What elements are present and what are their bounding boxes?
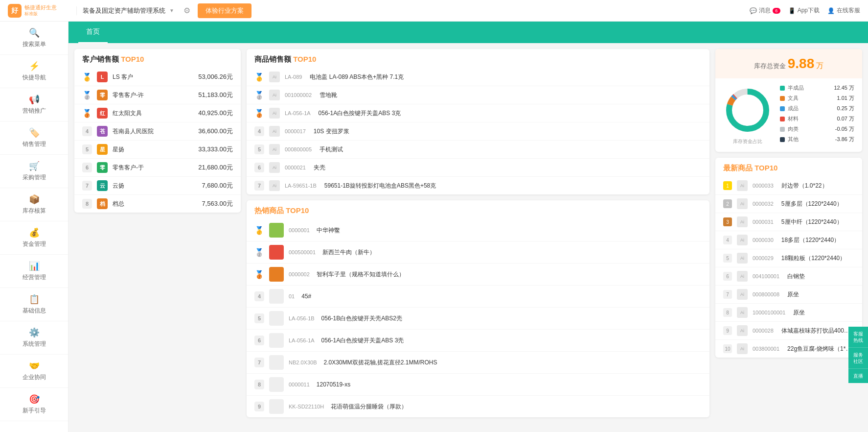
live-stream-button[interactable]: 直播: [848, 369, 868, 383]
sidebar-guide-label: 新手引导: [23, 407, 46, 415]
marketing-icon: 📢: [29, 94, 40, 105]
customer-value-8: 7,563.00元: [202, 199, 233, 208]
legend-value-1: 12.45 万: [834, 84, 854, 92]
app-download-button[interactable]: 📱 App下载: [788, 6, 820, 15]
logo-text: 畅捷通好生意 标准版: [24, 4, 57, 17]
support-label: 在线客服: [837, 6, 860, 15]
list-item: 🥈 Ai 001000002 雪地靴: [247, 86, 709, 104]
hot-name-8: 12070519-xs: [317, 381, 350, 388]
chevron-down-icon[interactable]: ▼: [169, 8, 174, 13]
prod-rank-5: 5: [254, 144, 264, 154]
np-code-3: 0000031: [753, 219, 774, 225]
hot-products-label: 热销商品: [254, 206, 284, 215]
prod-code-5: 000800005: [285, 146, 312, 152]
finance-icon: 💰: [29, 227, 40, 238]
phone-icon: 📱: [788, 7, 796, 14]
sidebar-item-sales[interactable]: 🏷️ 销售管理: [0, 121, 68, 155]
hot-img-3: [269, 267, 284, 282]
left-panel: 客户销售额 TOP10 🥇 L LS 客户 53,006.26元 🥈: [74, 49, 241, 417]
home-tab[interactable]: 首页: [78, 22, 108, 43]
prod-rank-4: 4: [254, 126, 264, 136]
sidebar-item-finance[interactable]: 💰 资金管理: [0, 221, 68, 255]
hot-img-9: [269, 399, 284, 414]
service-community-button[interactable]: 服务社区: [848, 348, 868, 369]
legend-item-6: 其他 -3.86 万: [780, 136, 854, 143]
donut-chart: 库存资金占比: [723, 86, 772, 145]
hot-name-3: 智利车子里（规格不知道填什么）: [317, 270, 405, 279]
prod-img-4: Ai: [269, 126, 280, 137]
list-item: 7 云 云扬 7,680.00元: [74, 177, 241, 195]
rank-num-7: 7: [82, 181, 92, 191]
logo-area: 好 畅捷通好生意 标准版: [8, 4, 76, 18]
np-name-8: 原坐: [793, 309, 854, 317]
sidebar-item-purchase[interactable]: 🛒 采购管理: [0, 155, 68, 188]
shortcut-icon: ⚡: [29, 61, 40, 72]
system-icon: ⚙️: [29, 327, 40, 338]
sidebar-basics-label: 基础信息: [23, 307, 46, 315]
inventory-header: 库存总资金 9.88 万: [715, 49, 862, 78]
guide-icon: 🎯: [29, 394, 40, 405]
customer-value-4: 36,600.00元: [198, 127, 233, 136]
sidebar-item-inventory[interactable]: 📦 库存核算: [0, 188, 68, 221]
inventory-title: 库存总资金: [754, 62, 786, 71]
hot-code-6: LA-056-1A: [289, 337, 315, 343]
sidebar-item-shortcut[interactable]: ⚡ 快捷导航: [0, 55, 68, 88]
np-img-7: Ai: [737, 289, 748, 300]
product-ranking-title: 商品销售额 TOP10: [247, 49, 709, 68]
np-img-9: Ai: [737, 325, 748, 336]
np-img-4: Ai: [737, 235, 748, 245]
hot-name-1: 中华神鳖: [317, 226, 340, 235]
customer-service-button[interactable]: 客服热线: [848, 327, 868, 348]
list-item: 🥉 红 红太阳文具 40,925.00元: [74, 104, 241, 122]
list-item: 10 Ai 003800001 22g鱼豆腐-烧烤味（1*12*20）: [715, 340, 862, 358]
settings-button[interactable]: ⚙: [180, 4, 194, 18]
customer-avatar-1: L: [97, 72, 108, 82]
customer-value-7: 7,680.00元: [202, 181, 233, 190]
prod-medal-1: 🥇: [254, 72, 264, 82]
sidebar-item-operations[interactable]: 📊 经营管理: [0, 255, 68, 288]
prod-code-6: 0000021: [285, 165, 306, 170]
list-item: 🥇 Ai LA-089 电池盖 LA-089 ABS本色+黑种 7.1克: [247, 68, 709, 86]
prod-name-4: 10S 变扭罗浆: [314, 127, 702, 136]
hot-name-4: 45#: [301, 293, 311, 300]
product-list: 🥇 Ai LA-089 电池盖 LA-089 ABS本色+黑种 7.1克 🥈 A…: [247, 68, 709, 194]
legend-label-4: 材料: [788, 115, 834, 122]
hot-rank-4: 4: [254, 291, 264, 301]
sidebar-item-marketing[interactable]: 📢 营销推广: [0, 88, 68, 121]
legend-dot-1: [780, 86, 785, 91]
product-top10-badge: TOP10: [293, 55, 316, 63]
customer-name-1: LS 客户: [113, 73, 193, 81]
message-button[interactable]: 💬 消息 6: [750, 6, 780, 15]
trial-button[interactable]: 体验行业方案: [198, 3, 251, 18]
basics-icon: 📋: [29, 294, 40, 305]
np-img-6: Ai: [737, 271, 748, 282]
list-item: 5 星 星扬 33,333.00元: [74, 141, 241, 159]
sidebar-item-guide[interactable]: 🎯 新手引导: [0, 388, 68, 421]
sidebar-item-basics[interactable]: 📋 基础信息: [0, 288, 68, 321]
sidebar-item-cooperation[interactable]: 🤝 企业协同: [0, 355, 68, 388]
np-name-6: 白钢垫: [787, 272, 854, 281]
legend-value-2: 1.01 万: [837, 95, 854, 102]
hot-code-7: NB2.0X30B: [289, 360, 317, 365]
hot-name-9: 花语萌值温分腿睡袋（厚款）: [331, 403, 407, 411]
np-rank-1: 1: [723, 181, 732, 190]
hot-name-7: 2.0X30MM双搓花轴,搓花直径2.1MM/ROHS: [323, 359, 437, 367]
np-rank-3: 3: [723, 217, 732, 226]
list-item: 6 LA-056-1A 056-1A白色按键开关盖ABS 3壳: [247, 330, 709, 352]
list-item: 7 Ai LA-59651-1B 59651-1B旋转投影灯电池盒ABS黑色+5…: [247, 177, 709, 194]
np-img-1: Ai: [737, 180, 748, 191]
sidebar-item-system[interactable]: ⚙️ 系统管理: [0, 321, 68, 355]
legend-label-5: 肉类: [788, 125, 832, 133]
np-rank-8: 8: [723, 308, 732, 317]
prod-medal-3: 🥉: [254, 109, 264, 118]
np-img-3: Ai: [737, 216, 748, 227]
list-item: 5 LA-056-1B 056-1B白色按键开关壳ABS2壳: [247, 308, 709, 330]
new-products-title: 最新商品 TOP10: [715, 158, 862, 177]
support-button[interactable]: 👤 在线客服: [827, 6, 860, 15]
sidebar-item-search[interactable]: 🔍 搜索菜单: [0, 22, 68, 55]
rank-num-8: 8: [82, 199, 92, 209]
prod-rank-7: 7: [254, 181, 264, 191]
list-item: 4 Ai 0000030 18多层（1220*2440）: [715, 231, 862, 249]
sidebar-inventory-label: 库存核算: [23, 207, 46, 215]
hot-code-9: KK-SD22110H: [289, 404, 324, 409]
